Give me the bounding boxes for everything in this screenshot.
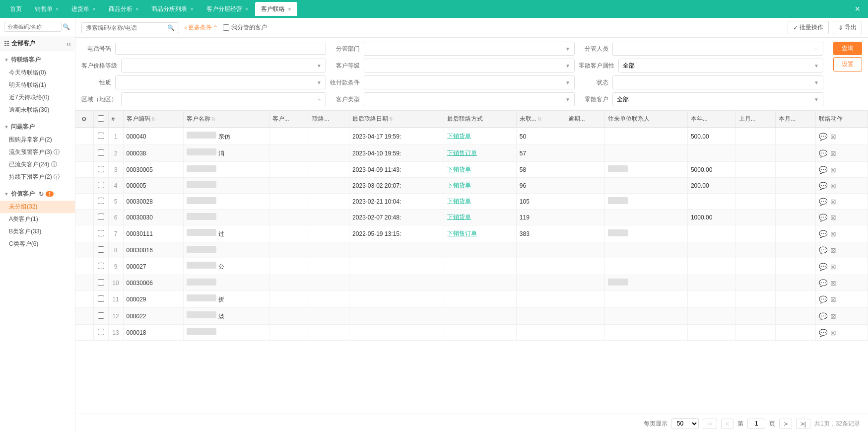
sidebar-item-today[interactable]: 今天待联络(0) — [0, 67, 75, 79]
grid-action-icon[interactable]: ⊠ — [830, 166, 836, 174]
tab-product-analysis-list[interactable]: 商品分析列表 × — [145, 2, 199, 16]
first-page-button[interactable]: |< — [703, 419, 717, 429]
th-name[interactable]: 客户名称⇅ — [184, 111, 269, 128]
pending-contact-header[interactable]: ▼ 待联络客户 — [0, 53, 75, 67]
close-icon[interactable]: × — [56, 2, 59, 16]
settings-col[interactable]: ⚙ — [75, 111, 93, 128]
more-conditions-btn[interactable]: ▿ 更多条件 ⌃ — [184, 23, 218, 32]
close-icon[interactable]: × — [245, 2, 248, 16]
sidebar-item-class-b[interactable]: B类客户(33) — [0, 225, 75, 238]
row-check[interactable] — [98, 230, 104, 236]
grid-action-icon[interactable]: ⊠ — [830, 295, 836, 303]
select-all-checkbox[interactable] — [98, 115, 104, 122]
refresh-icon[interactable]: ↻ — [39, 191, 44, 198]
close-icon[interactable]: × — [288, 2, 291, 16]
chat-icon[interactable]: 💬 — [819, 279, 827, 287]
last-page-button[interactable]: >| — [796, 419, 810, 429]
export-button[interactable]: ⇓ 导出 — [833, 21, 862, 34]
row-check[interactable] — [98, 263, 104, 269]
contact-method-link[interactable]: 下销货单 — [447, 198, 471, 205]
row-check[interactable] — [98, 279, 104, 286]
grid-action-icon[interactable]: ⊠ — [830, 263, 836, 271]
chat-icon[interactable]: 💬 — [819, 329, 827, 337]
sidebar-search-button[interactable]: 🔍 — [62, 22, 71, 31]
sidebar-item-abnormal[interactable]: 囤购异常客户(2) — [0, 134, 75, 146]
close-icon[interactable]: × — [92, 2, 95, 16]
payment-select[interactable]: ▼ — [364, 75, 575, 89]
contact-method-link[interactable]: 下销货单 — [447, 182, 471, 189]
prev-page-button[interactable]: < — [721, 419, 734, 429]
tab-sales[interactable]: 销售单 × — [29, 2, 65, 16]
my-customers-check[interactable] — [223, 24, 229, 31]
row-check[interactable] — [98, 133, 104, 139]
chat-icon[interactable]: 💬 — [819, 182, 827, 190]
tab-customer-segment[interactable]: 客户分层经营 × — [200, 2, 254, 16]
query-button[interactable]: 查询 — [833, 42, 862, 55]
chat-icon[interactable]: 💬 — [819, 246, 827, 254]
contact-method-link[interactable]: 下销货单 — [447, 214, 471, 220]
th-not-contacted[interactable]: 未联...⇅ — [516, 111, 565, 128]
sidebar-item-tomorrow[interactable]: 明天待联络(1) — [0, 79, 75, 91]
page-size-select[interactable]: 50 20 100 — [671, 418, 699, 429]
sidebar-item-declining[interactable]: 持续下滑客户(2) ⓘ — [0, 171, 75, 183]
sidebar-search-input[interactable] — [4, 22, 62, 32]
chat-icon[interactable]: 💬 — [819, 149, 827, 157]
batch-operate-button[interactable]: ✓ 批量操作 — [788, 21, 829, 34]
chat-icon[interactable]: 💬 — [819, 312, 827, 320]
th-code[interactable]: 客户编码⇅ — [123, 111, 184, 128]
grid-action-icon[interactable]: ⊠ — [830, 230, 836, 238]
main-search-input[interactable] — [86, 24, 165, 31]
nature-select[interactable]: ▼ — [115, 75, 326, 89]
page-input[interactable] — [747, 419, 765, 429]
sidebar-item-ungrouped[interactable]: 未分组(32) — [0, 201, 75, 213]
chat-icon[interactable]: 💬 — [819, 198, 827, 206]
grade-select[interactable]: ▼ — [364, 59, 575, 72]
row-check[interactable] — [98, 295, 104, 302]
chat-icon[interactable]: 💬 — [819, 133, 827, 141]
sidebar-item-overdue[interactable]: 逾期未联络(30) — [0, 104, 75, 116]
grid-action-icon[interactable]: ⊠ — [830, 214, 836, 221]
row-check[interactable] — [98, 246, 104, 253]
row-check[interactable] — [98, 198, 104, 204]
grid-action-icon[interactable]: ⊠ — [830, 279, 836, 287]
chat-icon[interactable]: 💬 — [819, 214, 827, 221]
grid-action-icon[interactable]: ⊠ — [830, 198, 836, 206]
status-select[interactable]: ▼ — [612, 75, 823, 89]
grid-action-icon[interactable]: ⊠ — [830, 329, 836, 337]
all-customers-header[interactable]: ☷ 全部客户 ‹‹ — [0, 36, 75, 51]
sidebar-item-lost[interactable]: 已流失客户(24) ⓘ — [0, 158, 75, 171]
sidebar-item-warning[interactable]: 流失预警客户(3) ⓘ — [0, 146, 75, 158]
chat-icon[interactable]: 💬 — [819, 295, 827, 303]
chat-icon[interactable]: 💬 — [819, 230, 827, 238]
grid-action-icon[interactable]: ⊠ — [830, 149, 836, 157]
next-page-button[interactable]: > — [779, 419, 792, 429]
row-check[interactable] — [98, 329, 104, 335]
contact-method-link[interactable]: 下销售订单 — [447, 149, 477, 156]
contact-method-link[interactable]: 下销货单 — [447, 133, 471, 140]
chat-icon[interactable]: 💬 — [819, 166, 827, 174]
dept-select[interactable]: ▼ — [364, 42, 575, 56]
sidebar-item-class-a[interactable]: A类客户(1) — [0, 213, 75, 225]
close-icon[interactable]: × — [135, 2, 138, 16]
phone-input[interactable] — [115, 43, 326, 55]
collapse-icon[interactable]: ‹‹ — [67, 40, 71, 48]
contact-method-link[interactable]: 下销货单 — [447, 166, 471, 173]
close-icon[interactable]: × — [190, 2, 193, 16]
grid-action-icon[interactable]: ⊠ — [830, 312, 836, 320]
row-check[interactable] — [98, 214, 104, 220]
window-close-button[interactable]: × — [851, 4, 864, 14]
row-check[interactable] — [98, 149, 104, 156]
tab-customer-contact[interactable]: 客户联络 × — [255, 2, 297, 16]
sidebar-item-class-c[interactable]: C类客户(6) — [0, 238, 75, 250]
retail-select[interactable]: 全部 ▼ — [612, 92, 823, 106]
contact-method-link[interactable]: 下销售订单 — [447, 230, 477, 237]
chat-icon[interactable]: 💬 — [819, 263, 827, 271]
tab-product-analysis[interactable]: 商品分析 × — [103, 2, 144, 16]
reset-button[interactable]: 设置 — [833, 57, 862, 72]
row-check[interactable] — [98, 312, 104, 319]
tab-purchase[interactable]: 进货单 × — [66, 2, 101, 16]
problem-customers-header[interactable]: ▼ 问题客户 — [0, 120, 75, 134]
region-select[interactable]: ··· — [121, 92, 326, 106]
sidebar-item-7days[interactable]: 近7天待联络(0) — [0, 91, 75, 104]
person-select[interactable]: ··· — [612, 42, 823, 56]
